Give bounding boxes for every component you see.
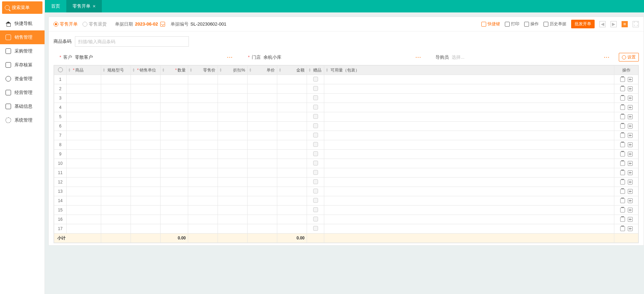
sidebar-item-7[interactable]: 系统管理 [0,113,45,127]
col-gift[interactable]: ▲▼赠品 [307,66,324,75]
shortcut-link[interactable]: 快捷键 [481,21,500,27]
delete-row-icon[interactable] [620,142,625,147]
delete-row-icon[interactable] [620,217,625,222]
gift-checkbox[interactable] [313,151,318,156]
add-row-icon[interactable] [628,217,633,222]
add-row-icon[interactable] [628,198,633,203]
table-row[interactable]: 15 [54,206,638,215]
expand-button[interactable]: ⛶ [633,21,639,27]
gift-checkbox[interactable] [313,217,318,221]
store-value[interactable]: 余杭小库 [263,54,413,60]
gift-checkbox[interactable] [313,170,318,175]
bulk-order-button[interactable]: 批发开单 [571,20,595,28]
gift-checkbox[interactable] [313,207,318,212]
delete-row-icon[interactable] [620,198,625,203]
col-spec[interactable]: ▲▼规格型号 [101,66,131,75]
add-row-icon[interactable] [628,180,633,184]
col-price[interactable]: ▲▼单价 [248,66,277,75]
add-row-icon[interactable] [628,133,633,138]
add-row-icon[interactable] [628,142,633,147]
gift-checkbox[interactable] [313,226,318,231]
col-available[interactable]: ▲▼可用量（包装） [324,66,614,75]
add-row-icon[interactable] [628,96,633,101]
sidebar-item-6[interactable]: 基础信息 [0,99,45,113]
col-unit[interactable]: ▲▼*销售单位 [131,66,161,75]
delete-row-icon[interactable] [620,86,625,91]
next-doc-button[interactable]: ▶ [611,21,617,27]
delete-row-icon[interactable] [620,226,625,231]
table-row[interactable]: 11 [54,168,638,178]
delete-row-icon[interactable] [620,105,625,110]
edit-date-icon[interactable] [160,22,165,27]
col-gear[interactable] [54,66,67,75]
delete-row-icon[interactable] [620,161,625,166]
guide-value[interactable]: 选择... [452,54,601,60]
sidebar-item-2[interactable]: 采购管理 [0,44,45,58]
add-row-icon[interactable] [628,226,633,231]
table-row[interactable]: 16 [54,215,638,224]
table-row[interactable]: 13 [54,187,638,196]
table-row[interactable]: 1 [54,75,638,84]
delete-row-icon[interactable] [620,170,625,175]
table-row[interactable]: 4 [54,103,638,112]
print-link[interactable]: 打印 [505,21,519,27]
add-row-icon[interactable] [628,105,633,110]
delete-row-icon[interactable] [620,189,625,194]
order-type-radio-1[interactable]: 零售退货 [83,21,107,27]
gift-checkbox[interactable] [313,95,318,100]
sidebar-item-1[interactable]: 销售管理 [0,30,45,44]
order-type-radio-0[interactable]: 零售开单 [54,21,78,27]
table-row[interactable]: 3 [54,94,638,103]
gift-checkbox[interactable] [313,189,318,193]
prev-doc-button[interactable]: ◀ [599,21,606,27]
sidebar-item-3[interactable]: 库存核算 [0,58,45,72]
guide-picker-icon[interactable]: ··· [604,55,610,60]
gift-checkbox[interactable] [313,179,318,184]
sidebar-item-0[interactable]: 快捷导航 [0,17,45,30]
tab-0[interactable]: 首页 [45,0,66,12]
table-row[interactable]: 9 [54,150,638,159]
gift-checkbox[interactable] [313,114,318,119]
add-row-icon[interactable] [628,86,633,91]
table-row[interactable]: 2 [54,84,638,94]
doc-date-value[interactable]: 2023-06-02 [135,21,158,27]
tab-1[interactable]: 零售开单✕ [66,0,102,12]
table-row[interactable]: 5 [54,112,638,122]
add-row-icon[interactable] [628,124,633,129]
col-amount[interactable]: ▲▼金额 [277,66,307,75]
search-menu-button[interactable]: 搜索菜单 [2,1,42,14]
add-row-icon[interactable] [628,161,633,166]
table-row[interactable]: 7 [54,131,638,140]
delete-row-icon[interactable] [620,133,625,138]
add-row-icon[interactable] [628,152,633,157]
gift-checkbox[interactable] [313,86,318,91]
col-product[interactable]: ▲▼*商品 [67,66,101,75]
delete-row-icon[interactable] [620,152,625,157]
delete-row-icon[interactable] [620,208,625,212]
gift-checkbox[interactable] [313,142,318,147]
table-row[interactable]: 10 [54,159,638,168]
store-picker-icon[interactable]: ··· [416,55,422,60]
add-row-icon[interactable] [628,189,633,194]
barcode-input[interactable] [75,36,189,47]
customer-value[interactable]: 零散客户 [75,54,224,60]
gift-checkbox[interactable] [313,161,318,165]
sidebar-item-4[interactable]: 资金管理 [0,72,45,86]
gift-checkbox[interactable] [313,123,318,128]
add-row-icon[interactable] [628,114,633,119]
col-qty[interactable]: ▲▼*数量 [161,66,188,75]
delete-row-icon[interactable] [620,96,625,101]
table-row[interactable]: 17 [54,224,638,234]
close-icon[interactable]: ✕ [93,4,96,9]
table-row[interactable]: 6 [54,122,638,131]
customer-picker-icon[interactable]: ··· [227,55,233,60]
add-row-icon[interactable] [628,208,633,212]
gift-checkbox[interactable] [313,198,318,203]
delete-row-icon[interactable] [620,77,625,82]
delete-row-icon[interactable] [620,124,625,129]
settings-button[interactable]: 设置 [619,53,639,61]
history-link[interactable]: 历史单据 [544,21,566,27]
list-view-button[interactable]: ≡ [622,21,628,27]
gift-checkbox[interactable] [313,77,318,82]
table-row[interactable]: 12 [54,178,638,187]
